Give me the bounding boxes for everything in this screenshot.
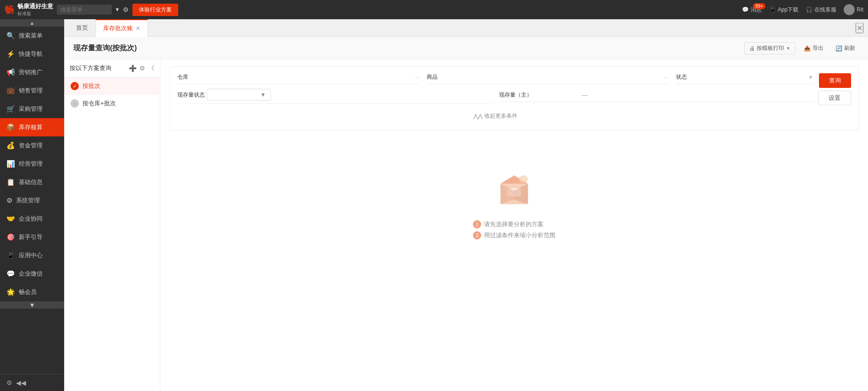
inventory-status-select[interactable]: ▼ (207, 89, 271, 101)
sidebar-item-operations[interactable]: 📊 经营管理 (0, 155, 64, 173)
product-more-btn[interactable]: ··· (664, 74, 669, 81)
sidebar-item-system[interactable]: ⚙ 系统管理 (0, 191, 64, 210)
page-header: 现存量查询(按批次) 🖨 按模板打印 ▼ 📤 导出 🔄 刷新 (64, 37, 868, 60)
select-chevron-icon: ▼ (260, 92, 266, 98)
add-scheme-btn[interactable]: ➕ (129, 65, 137, 72)
hint-1-text: 请先选择要分析的方案 (484, 220, 544, 228)
settings-icon[interactable]: ⚙ (123, 6, 129, 13)
collapse-label: 收起更多条件 (484, 112, 517, 120)
global-settings-btn[interactable]: ⚙ (6, 379, 12, 386)
settings-btn[interactable]: 设置 (818, 91, 851, 105)
sidebar-item-label: 采购管理 (19, 105, 43, 113)
sidebar-item-label: 新手引导 (19, 233, 43, 241)
topbar: 畅 畅康通好生意 标准版 ▼ ⚙ 体验行业方案 💬 消息 99+ 📱 App下载… (0, 0, 868, 19)
sidebar-scroll-down[interactable]: ▼ (0, 301, 64, 309)
search-dropdown-btn[interactable]: ▼ (115, 6, 120, 13)
empty-state: 1 请先选择要分析的方案 2 用过滤条件来缩小分析范围 (170, 138, 859, 270)
warehouse-label: 仓库 (177, 73, 191, 81)
sidebar-item-newbie[interactable]: 🎯 新手引导 (0, 228, 64, 246)
sidebar-collapse-btn[interactable]: ◀◀ (16, 379, 26, 386)
hint-2-num: 2 (473, 231, 481, 239)
panel-close-btn[interactable]: ✕ (856, 22, 863, 33)
left-panel-header: 按以下方案查询 ➕ ⚙ 《 (64, 60, 160, 77)
sidebar-item-wechat[interactable]: 💬 企业微信 (0, 265, 64, 283)
tab-bar: 首页 库存批次账 ✕ ✕ (64, 19, 868, 37)
tab-home[interactable]: 首页 (69, 19, 96, 37)
right-panel: 仓库 ··· 商品 ··· (160, 60, 868, 391)
topbar-left: 畅 畅康通好生意 标准版 ▼ ⚙ 体验行业方案 (5, 2, 178, 17)
sales-icon: 💼 (6, 87, 15, 95)
scheme-item-by-batch[interactable]: ✓ 按批次 (64, 77, 160, 95)
page-header-actions: 🖨 按模板打印 ▼ 📤 导出 🔄 刷新 (744, 42, 859, 54)
inventory-qty-to[interactable] (589, 92, 635, 98)
export-btn[interactable]: 📤 导出 (800, 43, 827, 54)
username: Rit (857, 6, 863, 13)
messages-badge: 99+ (753, 3, 765, 9)
sidebar-item-basic[interactable]: 📋 基础信息 (0, 173, 64, 191)
status-dropdown-btn[interactable]: ▼ (808, 74, 813, 81)
warehouse-more-btn[interactable]: ··· (415, 74, 419, 81)
product-label: 商品 (427, 73, 440, 81)
settings-scheme-btn[interactable]: ⚙ (139, 65, 145, 72)
refresh-btn[interactable]: 🔄 刷新 (832, 43, 859, 54)
collapse-up-icon: ⋀⋀ (473, 113, 483, 119)
scheme-item-by-warehouse-batch[interactable]: ○ 按仓库+批次 (64, 95, 160, 112)
newbie-icon: 🎯 (6, 233, 15, 241)
sidebar-item-shortcut[interactable]: ⚡ 快捷导航 (0, 45, 64, 63)
sidebar-item-label: 企业微信 (19, 270, 43, 278)
inventory-qty-from[interactable] (534, 92, 580, 98)
online-service-btn[interactable]: 🎧 在线客服 (806, 6, 836, 14)
warehouse-field-group: 仓库 ··· (177, 73, 419, 84)
enterprise-icon: 🤝 (6, 215, 15, 223)
filter-row-2: 现存量状态 ▼ 现存量（主） (177, 89, 813, 104)
left-panel: 按以下方案查询 ➕ ⚙ 《 ✓ 按批次 ○ 按仓库+批次 (64, 60, 160, 391)
inventory-status-label: 现存量状态 (177, 91, 205, 99)
sidebar-item-marketing[interactable]: 📢 营销推广 (0, 63, 64, 81)
search-input[interactable] (57, 5, 112, 15)
template-print-btn[interactable]: 🖨 按模板打印 ▼ (744, 42, 796, 54)
sidebar-item-enterprise[interactable]: 🤝 企业协同 (0, 210, 64, 228)
scheme-icon-wh-batch: ○ (71, 99, 79, 108)
sidebar-item-search[interactable]: 🔍 搜索菜单 (0, 27, 64, 45)
hint-2: 2 用过滤条件来缩小分析范围 (473, 231, 555, 239)
scheme-label-wh-batch: 按仓库+批次 (82, 99, 116, 108)
collapse-filter-btn[interactable]: ⋀⋀ 收起更多条件 (177, 109, 813, 124)
messages-btn[interactable]: 💬 消息 99+ (742, 6, 762, 14)
status-label: 状态 (676, 73, 690, 81)
user-area[interactable]: Rit (844, 4, 863, 15)
warehouse-input[interactable] (193, 74, 413, 81)
collapse-panel-btn[interactable]: 《 (148, 64, 154, 72)
inventory-qty-label: 现存量（主） (499, 91, 532, 99)
app-download-label: App下载 (778, 6, 798, 14)
status-input[interactable] (692, 74, 806, 81)
sidebar-item-sales[interactable]: 💼 销售管理 (0, 81, 64, 100)
message-icon: 💬 (742, 6, 749, 13)
print-icon: 🖨 (749, 45, 755, 52)
sidebar-item-label: 系统管理 (16, 196, 40, 205)
sidebar-item-purchase[interactable]: 🛒 采购管理 (0, 100, 64, 118)
content-area: 首页 库存批次账 ✕ ✕ 现存量查询(按批次) 🖨 按模板打印 ▼ (64, 19, 868, 391)
shortcut-icon: ⚡ (6, 50, 15, 58)
sidebar-item-apps[interactable]: 📱 应用中心 (0, 246, 64, 265)
sidebar-item-inventory[interactable]: 📦 库存核算 (0, 118, 64, 136)
query-btn[interactable]: 查询 (819, 73, 851, 88)
tab-close-btn[interactable]: ✕ (136, 25, 140, 32)
sidebar-scroll-up[interactable]: ▲ (0, 19, 64, 27)
vip-icon: 🌟 (6, 288, 15, 296)
sidebar-item-vip[interactable]: 🌟 畅会员 (0, 283, 64, 301)
range-dash: — (582, 92, 588, 98)
export-icon: 📤 (804, 45, 811, 52)
sidebar-bottom: ⚙ ◀◀ (0, 374, 64, 391)
industry-btn[interactable]: 体验行业方案 (132, 4, 178, 16)
filter-row-1: 仓库 ··· 商品 ··· (177, 73, 813, 84)
status-field-group: 状态 ▼ (676, 73, 813, 84)
sidebar-item-finance[interactable]: 💰 资金管理 (0, 136, 64, 155)
page-title: 现存量查询(按批次) (73, 43, 137, 53)
service-icon: 🎧 (806, 6, 813, 13)
sidebar-item-label: 畅会员 (19, 288, 37, 296)
app-logo: 畅 (5, 4, 14, 16)
app-download-btn[interactable]: 📱 App下载 (769, 6, 798, 14)
product-input[interactable] (442, 74, 662, 81)
tab-inventory-batch[interactable]: 库存批次账 ✕ (96, 19, 148, 37)
sidebar-item-label: 资金管理 (19, 141, 43, 150)
